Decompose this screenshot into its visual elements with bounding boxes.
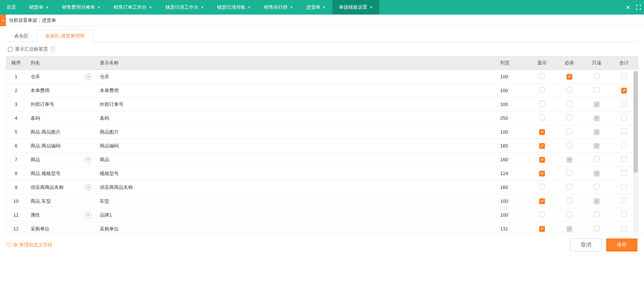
- checkbox-required[interactable]: [566, 170, 572, 177]
- cell-display-name[interactable]: 外部订单号: [95, 98, 496, 111]
- cell-display-name[interactable]: 商品图片: [95, 125, 496, 139]
- checkbox-readonly[interactable]: [594, 87, 600, 94]
- checkbox-sum[interactable]: [621, 87, 627, 94]
- cell-width[interactable]: 100: [496, 70, 529, 83]
- cell-width[interactable]: 160: [496, 181, 529, 194]
- checkbox-show[interactable]: [539, 143, 545, 149]
- checkbox-show[interactable]: [539, 129, 545, 135]
- save-button[interactable]: 保存: [606, 238, 637, 252]
- cell-display-name[interactable]: 规格型号: [95, 167, 496, 180]
- tab-close-icon[interactable]: ✕: [149, 5, 152, 10]
- top-tab[interactable]: 钱货日清工作台✕: [159, 0, 210, 15]
- checkbox-sum[interactable]: [621, 156, 627, 163]
- cell-width[interactable]: 131: [496, 222, 529, 232]
- tab-close-icon[interactable]: ✕: [370, 5, 373, 10]
- table-row[interactable]: 1仓库+仓库100: [6, 70, 638, 84]
- tab-close-icon[interactable]: ✕: [290, 5, 293, 10]
- checkbox-sum[interactable]: [621, 101, 627, 108]
- cell-display-name[interactable]: 商品编码: [95, 139, 496, 153]
- checkbox-sum[interactable]: [621, 128, 627, 135]
- checkbox-sum[interactable]: [621, 225, 627, 232]
- checkbox-sum[interactable]: [621, 211, 627, 218]
- checkbox-required[interactable]: [566, 115, 572, 122]
- checkbox-show[interactable]: [539, 184, 545, 191]
- checkbox-readonly[interactable]: [594, 184, 600, 191]
- table-row[interactable]: 4条码条码250: [6, 111, 638, 125]
- table-row[interactable]: 10商品.车型车型100: [6, 194, 638, 208]
- table-row[interactable]: 3外部订单号外部订单号100: [6, 98, 638, 111]
- top-tab[interactable]: 钱货日清对账✕: [210, 0, 257, 15]
- cell-width[interactable]: 124: [496, 167, 529, 180]
- checkbox-sum[interactable]: [621, 184, 627, 191]
- tab-close-icon[interactable]: ✕: [201, 5, 204, 10]
- top-tab[interactable]: 销货单✕: [23, 0, 55, 15]
- scrollbar-track[interactable]: [633, 71, 638, 232]
- checkbox-readonly[interactable]: [594, 156, 600, 163]
- cell-display-name[interactable]: 商品: [95, 153, 496, 166]
- checkbox-readonly[interactable]: [594, 225, 600, 232]
- top-tab[interactable]: 单据模板设置✕: [332, 0, 379, 15]
- cell-display-name[interactable]: 条码: [95, 111, 496, 125]
- help-icon[interactable]: ?: [50, 47, 55, 52]
- cell-display-name[interactable]: 供应商商品名称: [95, 181, 496, 194]
- cancel-button[interactable]: 取消: [570, 238, 602, 252]
- checkbox-required[interactable]: [566, 128, 572, 135]
- cell-width[interactable]: 100: [496, 98, 529, 111]
- cell-display-name[interactable]: 采购单位: [95, 222, 496, 232]
- fullscreen-icon[interactable]: [633, 0, 644, 15]
- cell-width[interactable]: 100: [496, 125, 529, 139]
- checkbox-show[interactable]: [539, 226, 545, 232]
- top-tab[interactable]: 销售费用分摊单✕: [55, 0, 107, 15]
- checkbox-show[interactable]: [539, 73, 545, 80]
- table-row[interactable]: 8商品.规格型号规格型号124: [6, 167, 638, 181]
- checkbox-required[interactable]: [566, 184, 572, 191]
- close-all-icon[interactable]: ✕: [622, 0, 633, 15]
- expand-chevron-icon[interactable]: »: [0, 15, 6, 26]
- add-icon[interactable]: +: [85, 74, 91, 80]
- cell-width[interactable]: 100: [496, 194, 529, 208]
- checkbox-required[interactable]: [566, 142, 572, 149]
- top-tab[interactable]: 销售排行榜✕: [257, 0, 300, 15]
- table-row[interactable]: 12采购单位采购单位131: [6, 222, 638, 232]
- manage-custom-fields-link[interactable]: ⓘ ⚙ 管理自定义字段: [7, 242, 52, 248]
- scrollbar-thumb[interactable]: [633, 71, 638, 173]
- cell-width[interactable]: 100: [496, 208, 529, 222]
- checkbox-sum[interactable]: [621, 170, 627, 177]
- cell-display-name[interactable]: 本单费用: [95, 84, 496, 97]
- checkbox-readonly[interactable]: [594, 211, 600, 218]
- table-row[interactable]: 7商品+商品160: [6, 153, 638, 167]
- table-row[interactable]: 9供应商商品名称+供应商商品名称160: [6, 181, 638, 194]
- top-tab[interactable]: 销售订单工作台✕: [107, 0, 159, 15]
- checkbox-required[interactable]: [566, 74, 572, 80]
- checkbox-sum[interactable]: [621, 142, 627, 149]
- checkbox-required[interactable]: [566, 211, 572, 218]
- checkbox-required[interactable]: [566, 87, 572, 94]
- checkbox-show[interactable]: [539, 170, 545, 177]
- cell-display-name[interactable]: 品牌1: [95, 208, 496, 222]
- checkbox-show[interactable]: [539, 101, 545, 108]
- cell-display-name[interactable]: 仓库: [95, 70, 496, 83]
- checkbox-show[interactable]: [539, 198, 545, 204]
- tab-close-icon[interactable]: ✕: [323, 5, 326, 10]
- checkbox-required[interactable]: [566, 198, 572, 205]
- checkbox-show[interactable]: [539, 115, 545, 122]
- cell-display-name[interactable]: 车型: [95, 194, 496, 208]
- sub-tab[interactable]: 表体区-进货单明细: [37, 29, 93, 42]
- checkbox-sum[interactable]: [621, 198, 627, 205]
- cell-width[interactable]: 160: [496, 153, 529, 166]
- checkbox-readonly[interactable]: [594, 73, 600, 80]
- checkbox-required[interactable]: [566, 101, 572, 108]
- checkbox-sum[interactable]: [621, 73, 627, 80]
- checkbox-show[interactable]: [539, 211, 545, 218]
- cell-width[interactable]: 250: [496, 111, 529, 125]
- add-icon[interactable]: +: [85, 157, 91, 163]
- checkbox-show[interactable]: [539, 87, 545, 94]
- tab-close-icon[interactable]: ✕: [46, 5, 49, 10]
- add-icon[interactable]: +: [85, 184, 91, 191]
- checkbox-show[interactable]: [539, 157, 545, 163]
- tab-close-icon[interactable]: ✕: [248, 5, 251, 10]
- top-tab[interactable]: 进货单✕: [300, 0, 332, 15]
- tab-close-icon[interactable]: ✕: [97, 5, 100, 10]
- table-row[interactable]: 6商品.商品编码商品编码165: [6, 139, 638, 153]
- show-summary-tab-checkbox[interactable]: [8, 47, 13, 52]
